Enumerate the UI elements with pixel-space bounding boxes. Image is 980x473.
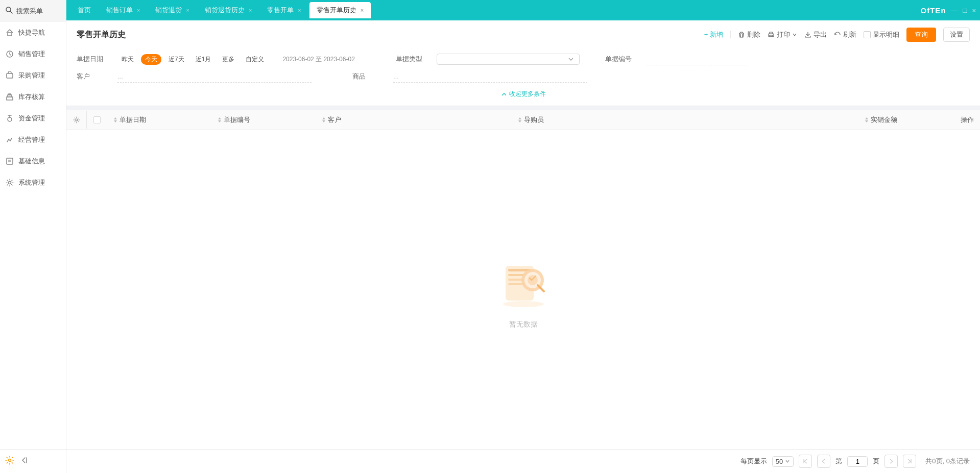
chevron-up-icon (501, 91, 507, 97)
query-button[interactable]: 查询 (906, 28, 936, 42)
total-label: 共0页, 0条记录 (925, 457, 970, 466)
svg-point-13 (9, 459, 11, 462)
th-customer[interactable]: 客户 (316, 110, 512, 130)
print-button[interactable]: 打印 (768, 30, 797, 39)
sidebar-item-label: 快捷导航 (18, 28, 45, 37)
bill-type-select[interactable] (437, 54, 580, 65)
search-panel[interactable]: 搜索采单 (0, 0, 66, 22)
toolbar-divider (730, 31, 731, 38)
tab-home[interactable]: 首页 (70, 2, 98, 18)
window-restore-btn[interactable]: □ (963, 7, 967, 14)
settings-icon[interactable] (5, 456, 14, 467)
add-button[interactable]: + 新增 (704, 30, 723, 39)
date-yesterday-btn[interactable]: 昨天 (117, 54, 138, 65)
bill-no-input[interactable] (646, 53, 748, 65)
per-page-select[interactable]: 50 (772, 456, 794, 467)
sidebar-item-purchase[interactable]: 采购管理 (0, 65, 66, 86)
th-action: 操作 (903, 110, 980, 130)
tab-close-sales-order[interactable]: × (137, 7, 140, 13)
tab-close-retail-open[interactable]: × (298, 7, 301, 13)
bill-type-label: 单据类型 (396, 55, 426, 64)
sidebar-item-label: 库存核算 (18, 92, 45, 102)
date-7days-btn[interactable]: 近7天 (164, 54, 188, 65)
bill-no-label: 单据编号 (605, 55, 636, 64)
window-minimize-btn[interactable]: — (951, 7, 958, 14)
empty-state: 暂无数据 (66, 130, 980, 449)
sidebar-item-sales[interactable]: 销售管理 (0, 43, 66, 65)
th-amount[interactable]: 实销金额 (615, 110, 903, 130)
svg-point-8 (8, 117, 12, 121)
tab-sales-order[interactable]: 销售订单 × (99, 2, 147, 18)
brand-logo: OfTEn (921, 6, 946, 15)
date-1month-btn[interactable]: 近1月 (192, 54, 216, 65)
svg-rect-4 (7, 73, 13, 78)
th-no[interactable]: 单据编号 (211, 110, 316, 130)
sidebar-item-inventory[interactable]: 库存核算 (0, 86, 66, 108)
search-label: 搜索采单 (16, 7, 43, 16)
sidebar-item-label: 销售管理 (18, 49, 45, 59)
customer-input[interactable]: ... (117, 70, 312, 83)
date-more-btn[interactable]: 更多 (218, 54, 238, 65)
settings-button[interactable]: 设置 (943, 28, 970, 42)
sidebar-item-operations[interactable]: 经营管理 (0, 129, 66, 151)
sidebar-item-sys-mgmt[interactable]: 系统管理 (0, 172, 66, 193)
home-icon (5, 28, 14, 37)
svg-rect-7 (9, 94, 11, 95)
prev-page-btn[interactable] (817, 455, 830, 468)
refresh-button[interactable]: 刷新 (834, 30, 856, 39)
svg-point-12 (9, 182, 11, 184)
pagination-bar: 每页显示 50 第 页 (66, 449, 980, 473)
filter-row-2: 客户 ... 商品 ... (77, 70, 970, 83)
sidebar-item-label: 资金管理 (18, 114, 45, 123)
tab-retail-open[interactable]: 零售开单 × (260, 2, 308, 18)
page-title-row: 零售开单历史 + 新增 删除 打印 导出 (77, 28, 970, 42)
svg-point-17 (76, 119, 78, 121)
empty-illustration (493, 251, 554, 312)
finance-icon (5, 114, 14, 123)
tab-close-sales-return-history[interactable]: × (249, 7, 252, 13)
sidebar-item-label: 采购管理 (18, 71, 45, 80)
th-guide[interactable]: 导购员 (512, 110, 616, 130)
sidebar-item-quick-nav[interactable]: 快捷导航 (0, 22, 66, 43)
svg-point-18 (503, 301, 544, 307)
customer-label: 客户 (77, 72, 107, 81)
last-page-btn[interactable] (903, 455, 916, 468)
date-custom-btn[interactable]: 自定义 (242, 54, 268, 65)
sidebar-item-finance[interactable]: 资金管理 (0, 108, 66, 129)
tab-bar: 首页 销售订单 × 销货退货 × 销货退货历史 × 零售开单 × 零售开单历史 … (66, 0, 980, 20)
delete-button[interactable]: 删除 (738, 30, 760, 39)
empty-text: 暂无数据 (509, 320, 538, 329)
tab-close-sales-return[interactable]: × (186, 7, 189, 13)
collapse-sidebar-icon[interactable] (19, 456, 29, 467)
column-settings-btn[interactable] (66, 111, 87, 129)
chevron-down-icon (568, 56, 574, 62)
sidebar-bottom (0, 449, 66, 473)
tab-sales-return-history[interactable]: 销货退货历史 × (198, 2, 259, 18)
display-detail-button[interactable]: 显示明细 (864, 30, 899, 39)
tab-retail-open-history[interactable]: 零售开单历史 × (309, 2, 371, 18)
page-label: 页 (873, 457, 879, 466)
date-today-btn[interactable]: 今天 (141, 54, 161, 65)
filter-row-1: 单据日期 昨天 今天 近7天 近1月 更多 自定义 2023-06-02 至 2… (77, 53, 970, 65)
page-word: 第 (835, 457, 842, 466)
collapse-label: 收起更多条件 (509, 90, 546, 98)
svg-point-26 (528, 275, 538, 285)
tab-sales-return[interactable]: 销货退货 × (148, 2, 196, 18)
export-button[interactable]: 导出 (804, 30, 827, 39)
sort-icon-customer (322, 117, 326, 122)
th-date[interactable]: 单据日期 (107, 110, 211, 130)
table-header: 单据日期 单据编号 客户 导购员 实销金额 (66, 110, 980, 130)
goods-input[interactable]: ... (393, 70, 587, 83)
collapse-filter-btn[interactable]: 收起更多条件 (77, 88, 970, 98)
search-icon (5, 6, 13, 16)
first-page-btn[interactable] (799, 455, 812, 468)
next-page-btn[interactable] (885, 455, 898, 468)
sort-icon-guide (518, 117, 522, 122)
chevron-down-icon (785, 459, 790, 464)
select-all-checkbox[interactable] (87, 111, 107, 129)
window-close-btn[interactable]: × (972, 7, 976, 14)
page-input[interactable] (847, 456, 868, 467)
sidebar-item-basic-info[interactable]: 基础信息 (0, 151, 66, 172)
date-range-text: 2023-06-02 至 2023-06-02 (282, 55, 354, 64)
tab-close-retail-open-history[interactable]: × (361, 7, 364, 13)
